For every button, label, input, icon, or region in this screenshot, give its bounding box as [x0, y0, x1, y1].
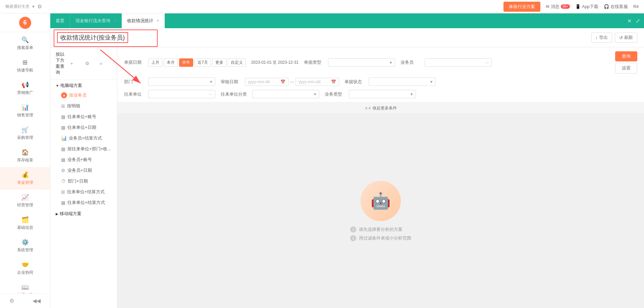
sidebar-item-system[interactable]: ⚙️ 系统管理 — [0, 235, 50, 257]
tree-item-salesperson-settlement[interactable]: 📊 业务员+结算方式 — [50, 133, 117, 144]
table-icon: ▦ — [61, 114, 65, 119]
tab-bar: 首页 现金银行流水查询 × 收款情况统计 × ✕ ⤢ — [50, 13, 644, 28]
customer-input[interactable]: ··· — [148, 90, 215, 98]
tab-receipt-stats[interactable]: 收款情况统计 × — [122, 13, 165, 28]
tree-section-mobile[interactable]: ▶ 移动端方案 — [50, 208, 117, 218]
tree-item-salesperson-account[interactable]: ▦ 业务员+账号 — [50, 154, 117, 165]
app-download-button[interactable]: 📱 App下载 — [575, 4, 598, 10]
empty-illustration: 🤖 — [361, 181, 401, 221]
main-content: 首页 现金银行流水查询 × 收款情况统计 × ✕ ⤢ 收款情况统计(按业务员) — [50, 13, 644, 308]
customer-more-icon[interactable]: ··· — [209, 92, 212, 97]
logo-icon: 6 — [19, 17, 31, 29]
tip-num-2: 2 — [350, 235, 356, 241]
customer-label: 往来单位 — [124, 91, 143, 97]
business-type-select[interactable]: ▾ — [349, 90, 416, 98]
date-btn-7days[interactable]: 近7天 — [195, 58, 211, 67]
sidebar-item-purchase[interactable]: 🛒 采购管理 — [0, 122, 50, 145]
sidebar-item-inventory[interactable]: 🏠 库存核算 — [0, 145, 50, 167]
tree-item-by-customer-dept[interactable]: ▦ 按往来单位+部门+收... — [50, 144, 117, 154]
tab-bank-flow-close[interactable]: × — [114, 18, 116, 23]
doc-status-select[interactable]: ▾ — [369, 78, 436, 86]
customer-category-select[interactable]: ▾ — [252, 90, 319, 98]
tree-item-customer-settlement2[interactable]: ▦ 往来单位+结算方式 — [50, 197, 117, 208]
doc-type-select[interactable]: ▾ — [328, 58, 395, 67]
salesperson-more-icon[interactable]: ··· — [485, 60, 489, 65]
dept-label: 部门 — [124, 79, 143, 85]
collapse-sidebar-icon[interactable]: ◀◀ — [33, 298, 41, 304]
tree-section-label: 电脑端方案 — [60, 83, 82, 89]
grid-small-icon: ⊞ — [61, 103, 65, 109]
calendar-icon[interactable]: 📅 — [280, 80, 285, 84]
tree-item-customer-settlement[interactable]: ⊞ 往来单位+结算方式 — [50, 187, 117, 197]
online-service-button[interactable]: 🎧 在线客服 — [604, 4, 628, 10]
export-button[interactable]: ↑ 导出 — [591, 33, 612, 43]
date-btn-this-year[interactable]: 本年 — [179, 58, 193, 67]
message-button[interactable]: ✉ 消息 99+ — [546, 4, 570, 10]
cart-icon: 🛒 — [21, 126, 29, 134]
date-btn-more[interactable]: 更多 — [212, 58, 226, 67]
bar-chart-icon: 📊 — [61, 136, 67, 141]
sidebar-item-sales[interactable]: 📊 销售管理 — [0, 100, 50, 122]
sidebar-item-operation[interactable]: 📈 经营管理 — [0, 190, 50, 212]
sidebar-item-search[interactable]: 🔍 搜索菜单 — [0, 32, 50, 55]
clock-icon: ⏱ — [61, 178, 66, 184]
tree-item-label: 往来单位+结算方式 — [67, 200, 105, 206]
date-btn-this-month[interactable]: 本月 — [164, 58, 178, 67]
date-btn-last-month[interactable]: 上月 — [148, 58, 162, 67]
chevron-down-icon[interactable]: ▾ — [32, 4, 35, 9]
handshake-icon: 🤝 — [21, 261, 29, 268]
sidebar-item-label: 资金管理 — [17, 180, 33, 186]
folder-icon: 🗂️ — [21, 216, 29, 223]
tree-item-by-salesperson[interactable]: ● 按业务员 — [50, 90, 117, 101]
tree-item-by-detail[interactable]: ⊞ 按明细 — [50, 101, 117, 111]
calendar2-icon[interactable]: 📅 — [331, 80, 336, 84]
sidebar-item-label: 营销推广 — [17, 90, 33, 96]
sidebar-item-label: 经营管理 — [17, 202, 33, 208]
user-avatar[interactable]: Rit — [633, 4, 639, 9]
date-btn-custom[interactable]: 自定义 — [228, 58, 246, 67]
tree-section-mobile-label: 移动端方案 — [60, 211, 82, 217]
review-date-end-input[interactable]: yyyy-mm-dd 📅 — [296, 78, 339, 86]
sidebar-logo: 6 — [0, 13, 50, 32]
collapse-bar[interactable]: ∧∧ 收起更多条件 — [117, 103, 644, 114]
dept-input[interactable]: ▾ — [148, 78, 215, 86]
query-button[interactable]: 查询 — [615, 51, 637, 61]
tree-item-salesperson-date[interactable]: ⚙ 业务员+日期 — [50, 165, 117, 176]
scheme-settings-icon[interactable]: ⚙ — [85, 61, 97, 66]
review-date-group: yyyy-mm-dd 📅 — yyyy-mm-dd 📅 — [245, 78, 339, 86]
review-date-start-input[interactable]: yyyy-mm-dd 📅 — [245, 78, 288, 86]
sidebar-bottom: ⚙ ◀◀ — [0, 293, 50, 308]
sidebar-item-enterprise[interactable]: 🤝 企业协同 — [0, 257, 50, 279]
tree-item-customer-account[interactable]: ▦ 往来单位+账号 — [50, 111, 117, 122]
app-download-label: App下载 — [582, 4, 598, 10]
salesperson-input[interactable]: ··· — [425, 58, 492, 67]
tab-bar-right: ✕ ⤢ — [623, 13, 644, 28]
tree-item-dept-date[interactable]: ⏱ 部门+日期 — [50, 176, 117, 187]
sidebar-item-finance[interactable]: 💰 资金管理 — [0, 167, 50, 190]
trial-button[interactable]: 体验行业方案 — [503, 2, 540, 12]
tab-home[interactable]: 首页 — [50, 13, 70, 28]
gear-icon[interactable]: ⚙ — [37, 3, 42, 10]
sidebar-item-basic[interactable]: 🗂️ 基础信息 — [0, 212, 50, 235]
tip-text-2: 用过滤条件来缩小分析范围 — [359, 235, 411, 241]
tab-bank-flow[interactable]: 现金银行流水查询 × — [70, 13, 122, 28]
chevron-down3-icon: ▾ — [430, 79, 433, 84]
tree-arrow2-icon: ▶ — [56, 212, 58, 216]
collapse-panel-icon[interactable]: « — [100, 61, 112, 66]
sidebar-item-marketing[interactable]: 📢 营销推广 — [0, 77, 50, 100]
tree-section-desktop[interactable]: ▼ 电脑端方案 — [50, 80, 117, 90]
tab-close-all-icon[interactable]: ✕ — [627, 18, 632, 24]
settings-button[interactable]: 设置 — [615, 63, 637, 73]
tree-item-customer-date[interactable]: ▦ 往来单位+日期 — [50, 122, 117, 133]
tab-fullscreen-icon[interactable]: ⤢ — [636, 18, 640, 24]
settings-bottom-icon[interactable]: ⚙ — [9, 298, 14, 304]
sidebar-item-quick-nav[interactable]: ⊞ 快捷导航 — [0, 55, 50, 77]
page-actions: ↑ 导出 ↺ 刷新 — [591, 33, 638, 43]
add-scheme-button[interactable]: + — [70, 61, 83, 66]
date-btn-group: 上月 本月 本年 近7天 更多 自定义 — [148, 58, 246, 67]
refresh-button[interactable]: ↺ 刷新 — [615, 33, 637, 43]
tab-receipt-stats-close[interactable]: × — [157, 18, 159, 23]
page-title-wrapper: 收款情况统计(按业务员) — [57, 32, 128, 43]
sidebar-item-guide[interactable]: 📖 新手引导 — [0, 279, 50, 293]
page-header: 收款情况统计(按业务员) ↑ 导出 ↺ 刷新 — [50, 28, 644, 47]
